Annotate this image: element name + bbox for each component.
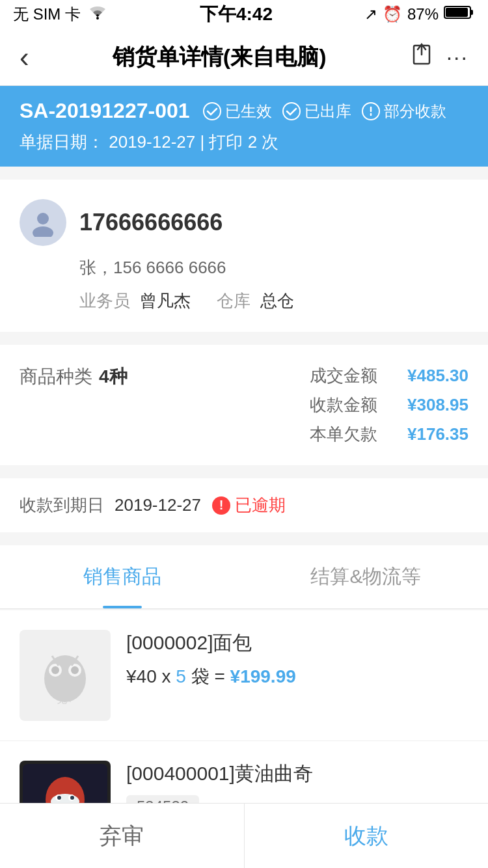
battery-percent: 87%: [407, 5, 439, 23]
svg-point-15: [51, 666, 59, 674]
status-left: 无 SIM 卡: [13, 4, 108, 25]
bottom-bar: 弃审 收款: [0, 803, 488, 868]
print-info: | 打印 2 次: [200, 132, 278, 152]
debt-label: 本单欠款: [310, 423, 377, 446]
received-label: 收款金额: [310, 394, 377, 416]
product-info-1: [0000002]面包 ¥40 x 5 袋 = ¥199.99: [126, 630, 468, 689]
unit-1: 袋: [191, 666, 210, 686]
price-unit-1: ¥40: [126, 666, 157, 686]
total-1: ¥199.99: [230, 666, 296, 686]
svg-point-23: [57, 796, 61, 800]
order-id: SA-20191227-001: [20, 99, 190, 123]
status-badge-effective: 已生效: [203, 101, 272, 122]
svg-point-6: [283, 103, 300, 120]
transaction-label: 成交金额: [310, 364, 377, 387]
sales-person: 曾凡杰: [140, 291, 191, 310]
received-value: ¥308.95: [390, 395, 468, 415]
svg-point-16: [71, 666, 79, 674]
svg-rect-3: [446, 8, 468, 17]
tabs-container: 销售商品 结算&物流等: [0, 545, 488, 609]
customer-sub: 张，156 6666 6666: [79, 256, 468, 279]
product-name-1: [0000002]面包: [126, 630, 468, 657]
avatar: [20, 199, 66, 246]
tab-products[interactable]: 销售商品: [0, 545, 244, 608]
category-label: 商品种类: [20, 364, 92, 389]
category-count: 4种: [99, 364, 128, 389]
nav-icons: ···: [410, 43, 468, 72]
alarm-icon: ⏰: [383, 5, 402, 23]
overdue-text: 已逾期: [235, 494, 286, 517]
banner-date-row: 单据日期： 2019-12-27 | 打印 2 次: [20, 131, 468, 154]
due-date-value: 2019-12-27: [115, 495, 201, 515]
product-price-1: ¥40 x 5 袋 = ¥199.99: [126, 664, 468, 689]
svg-text:兔+: 兔+: [57, 694, 73, 705]
more-icon[interactable]: ···: [446, 44, 468, 70]
due-label: 收款到期日: [20, 494, 104, 517]
date-label: 单据日期：: [20, 132, 104, 152]
svg-point-8: [37, 213, 49, 224]
stats-right: 成交金额 ¥485.30 收款金额 ¥308.95 本单欠款 ¥176.35: [310, 364, 468, 446]
status-right: ↗ ⏰ 87%: [364, 5, 475, 24]
qty-1: 5: [176, 666, 186, 686]
customer-section: 17666666666 张，156 6666 6666 业务员 曾凡杰 仓库 总…: [0, 180, 488, 332]
sim-indicator: 无 SIM 卡: [13, 4, 81, 25]
customer-name: 17666666666: [79, 209, 223, 236]
transaction-value: ¥485.30: [390, 366, 468, 386]
confirm-button[interactable]: 收款: [245, 804, 489, 868]
svg-point-9: [33, 226, 53, 237]
svg-point-24: [70, 796, 74, 800]
svg-point-0: [96, 17, 99, 20]
share-icon[interactable]: [410, 43, 433, 72]
product-name-2: [000400001]黄油曲奇: [126, 761, 468, 787]
stats-section: 商品种类 4种 成交金额 ¥485.30 收款金额 ¥308.95 本单欠款 ¥…: [0, 345, 488, 465]
status-badge-partial: 部分收款: [362, 101, 446, 122]
location-icon: ↗: [364, 5, 377, 23]
svg-rect-2: [470, 10, 473, 15]
debt-value: ¥176.35: [390, 424, 468, 444]
product-item-1: 兔+ [0000002]面包 ¥40 x 5 袋 = ¥199.99: [0, 610, 488, 741]
wifi-icon: [87, 5, 108, 23]
status-bar: 无 SIM 卡 下午4:42 ↗ ⏰ 87%: [0, 0, 488, 29]
date-value: 2019-12-27: [109, 132, 195, 152]
due-section: 收款到期日 2019-12-27 ! 已逾期: [0, 478, 488, 532]
sales-label: 业务员: [79, 291, 130, 310]
back-button[interactable]: ‹: [20, 41, 29, 74]
status-badges: 已生效 已出库 部分收款: [203, 101, 446, 122]
product-image-1: 兔+: [20, 630, 111, 721]
svg-text:!: !: [219, 498, 224, 512]
status-badge-shipped: 已出库: [282, 101, 351, 122]
header-banner: SA-20191227-001 已生效 已出库 部分收款 单据日期： 2019-…: [0, 86, 488, 167]
overdue-badge: ! 已逾期: [211, 494, 286, 517]
tab-settlement[interactable]: 结算&物流等: [244, 545, 488, 608]
nav-bar: ‹ 销货单详情(来自电脑) ···: [0, 29, 488, 86]
page-title: 销货单详情(来自电脑): [113, 42, 327, 72]
cancel-button[interactable]: 弃审: [0, 804, 245, 868]
customer-meta: 业务员 曾凡杰 仓库 总仓: [79, 290, 468, 312]
battery-icon: [444, 5, 475, 24]
warehouse-value: 总仓: [260, 291, 294, 310]
status-time: 下午4:42: [200, 2, 273, 27]
warehouse-label: 仓库: [217, 291, 251, 310]
svg-point-5: [204, 103, 221, 120]
